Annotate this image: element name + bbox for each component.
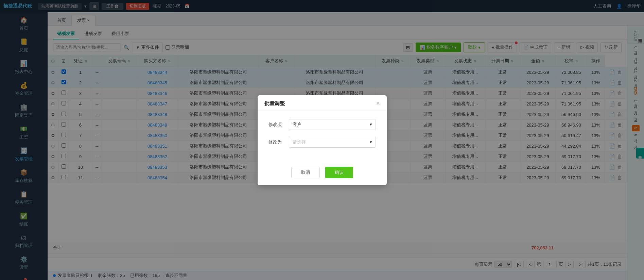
value-placeholder: 请选择 — [293, 139, 306, 145]
modal-close-button[interactable]: × — [376, 100, 380, 107]
value-select[interactable]: 请选择 ▾ — [289, 137, 376, 148]
modal-title: 批量调整 — [264, 100, 285, 107]
confirm-button[interactable]: 确认 — [325, 167, 353, 178]
field-value: 客户 — [293, 121, 301, 128]
field-label: 修改项 — [268, 121, 289, 128]
modal-footer: 取消 确认 — [258, 163, 387, 185]
form-row-field: 修改项 客户 ▾ — [268, 119, 376, 130]
field-arrow-icon: ▾ — [370, 122, 372, 127]
batch-adjust-modal: 批量调整 × 修改项 客户 ▾ 修改为 请选择 ▾ 取消 确认 — [258, 95, 387, 185]
modal-header: 批量调整 × — [258, 95, 387, 111]
modal-body: 修改项 客户 ▾ 修改为 请选择 ▾ — [258, 111, 387, 163]
modal-overlay[interactable]: 批量调整 × 修改项 客户 ▾ 修改为 请选择 ▾ 取消 确认 — [0, 0, 644, 280]
field-select[interactable]: 客户 ▾ — [289, 119, 376, 130]
value-label: 修改为 — [268, 139, 289, 145]
value-arrow-icon: ▾ — [370, 139, 372, 145]
form-row-value: 修改为 请选择 ▾ — [268, 137, 376, 148]
cancel-button[interactable]: 取消 — [291, 167, 320, 178]
